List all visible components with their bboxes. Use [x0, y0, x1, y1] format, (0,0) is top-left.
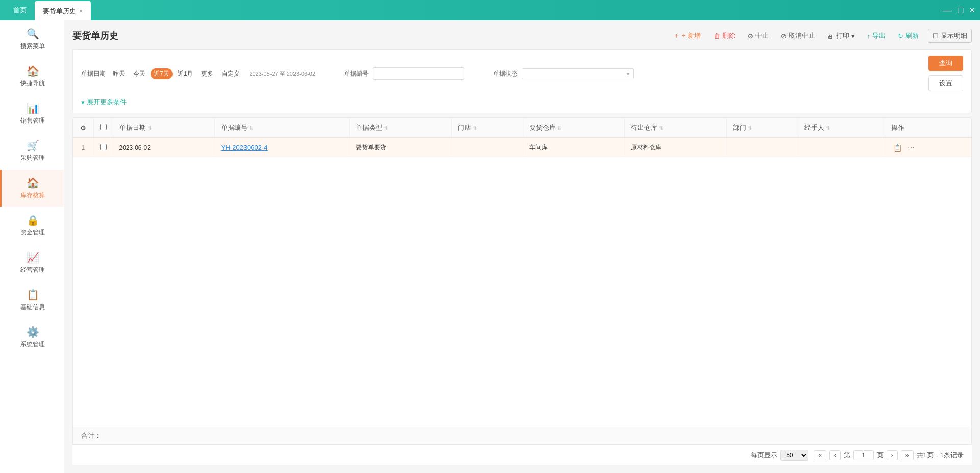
- status-select[interactable]: ▾: [522, 68, 634, 79]
- col-handler: 经手人 ⇅: [798, 118, 885, 138]
- checkbox-icon: ☐: [933, 32, 939, 40]
- show-detail-label: 显示明细: [941, 31, 967, 40]
- window-controls: — □ ×: [943, 5, 975, 16]
- row-checkbox-cell[interactable]: [93, 138, 113, 157]
- doc-number-label: 单据编号: [344, 69, 369, 78]
- doc-number-input[interactable]: [373, 67, 464, 80]
- top-bar: 首页 要货单历史 × — □ ×: [0, 0, 980, 20]
- sidebar-item-basic-info[interactable]: 📋 基础信息: [0, 281, 64, 319]
- per-page-label: 每页显示: [751, 451, 777, 460]
- date-sort-icon[interactable]: ⇅: [148, 125, 152, 131]
- inventory-icon: 🏠: [27, 177, 39, 189]
- delete-button[interactable]: 🗑 删除: [710, 29, 739, 42]
- tab-history[interactable]: 要货单历史 ×: [35, 1, 91, 21]
- show-detail-button[interactable]: ☐ 显示明细: [928, 29, 972, 43]
- edit-icon[interactable]: 📋: [891, 143, 904, 153]
- sidebar-item-search-menu-label: 搜索菜单: [20, 42, 45, 51]
- tab-home[interactable]: 首页: [5, 0, 35, 20]
- shortcut-custom[interactable]: 自定义: [218, 68, 243, 79]
- export-label: 导出: [872, 31, 886, 40]
- date-range-display: 2023-05-27 至 2023-06-02: [249, 70, 315, 78]
- shortcut-1month[interactable]: 近1月: [175, 68, 197, 79]
- sidebar-item-finance[interactable]: 🔒 资金管理: [0, 207, 64, 244]
- first-page-btn[interactable]: «: [814, 450, 826, 460]
- minimize-icon[interactable]: —: [943, 5, 952, 16]
- sidebar-item-operation[interactable]: 📈 经营管理: [0, 244, 64, 281]
- col-number-label: 单据编号: [221, 123, 248, 132]
- refresh-label: 刷新: [905, 31, 919, 40]
- print-button[interactable]: 🖨 打印 ▾: [824, 29, 858, 42]
- shop-sort-icon[interactable]: ⇅: [473, 125, 477, 131]
- cancel-stop-button[interactable]: ⊘ 取消中止: [778, 29, 818, 42]
- department-sort-icon[interactable]: ⇅: [748, 125, 752, 131]
- more-icon[interactable]: ⋯: [905, 143, 917, 153]
- current-page-input[interactable]: [853, 450, 874, 460]
- sidebar-item-basic-info-label: 基础信息: [20, 303, 45, 312]
- shortcut-yesterday[interactable]: 昨天: [110, 68, 128, 79]
- sidebar-item-system[interactable]: ⚙️ 系统管理: [0, 319, 64, 356]
- date-shortcuts: 昨天 今天 近7天 近1月 更多 自定义: [110, 68, 243, 79]
- tab-close-icon[interactable]: ×: [79, 8, 83, 15]
- expand-label: 展开更多条件: [87, 98, 127, 107]
- type-sort-icon[interactable]: ⇅: [384, 125, 388, 131]
- date-filter-group: 单据日期 昨天 今天 近7天 近1月 更多 自定义 2023-05-27 至 2…: [81, 68, 315, 79]
- tab-history-label: 要货单历史: [43, 7, 76, 16]
- shortcut-more[interactable]: 更多: [198, 68, 216, 79]
- search-menu-icon: 🔍: [27, 28, 39, 40]
- shortcut-today[interactable]: 今天: [130, 68, 149, 79]
- col-shop: 门店 ⇅: [451, 118, 523, 138]
- maximize-icon[interactable]: □: [958, 5, 964, 16]
- setting-button[interactable]: 设置: [928, 75, 963, 91]
- req-warehouse-sort-icon[interactable]: ⇅: [557, 125, 561, 131]
- col-settings[interactable]: ⚙: [73, 118, 93, 138]
- sidebar-item-quick-nav[interactable]: 🏠 快捷导航: [0, 58, 64, 95]
- row-number[interactable]: YH-20230602-4: [214, 138, 350, 157]
- col-department-label: 部门: [733, 123, 746, 132]
- row-pending-warehouse: 原材料仓库: [625, 138, 726, 157]
- total-label: 合计：: [81, 431, 101, 440]
- row-department: [726, 138, 798, 157]
- new-button[interactable]: ＋ + 新增: [670, 29, 704, 42]
- window-close-icon[interactable]: ×: [969, 5, 975, 16]
- row-checkbox[interactable]: [100, 144, 107, 150]
- status-label: 单据状态: [493, 69, 518, 78]
- table-wrap: ⚙ 单据日期 ⇅: [72, 117, 972, 445]
- next-page-btn[interactable]: ›: [887, 450, 898, 460]
- table-row: 1 2023-06-02 YH-20230602-4 要货单要货 车间库: [73, 138, 971, 157]
- row-shop: [451, 138, 523, 157]
- pagination-bar: 每页显示 50 100 200 « ‹ 第 页 › » 共1页，1条记录: [72, 445, 972, 465]
- page-label-after: 页: [877, 451, 884, 460]
- sidebar-item-finance-label: 资金管理: [20, 228, 45, 237]
- refresh-button[interactable]: ↻ 刷新: [895, 29, 922, 42]
- stop-button[interactable]: ⊘ 中止: [745, 29, 772, 42]
- doc-link[interactable]: YH-20230602-4: [221, 144, 268, 151]
- expand-button[interactable]: ▾ 展开更多条件: [81, 98, 127, 107]
- date-filter-label: 单据日期: [81, 69, 106, 78]
- col-checkbox[interactable]: [93, 118, 113, 138]
- sidebar-item-purchase[interactable]: 🛒 采购管理: [0, 132, 64, 170]
- row-handler: [798, 138, 885, 157]
- per-page-select[interactable]: 50 100 200: [780, 450, 808, 461]
- sidebar-item-sales-label: 销售管理: [20, 116, 45, 125]
- doc-number-filter-group: 单据编号: [344, 67, 464, 80]
- shortcut-7days[interactable]: 近7天: [151, 68, 173, 79]
- export-button[interactable]: ↑ 导出: [864, 29, 889, 42]
- query-button[interactable]: 查询: [928, 56, 963, 71]
- col-handler-label: 经手人: [804, 123, 824, 132]
- row-num: 1: [73, 138, 93, 157]
- sidebar-item-search-menu[interactable]: 🔍 搜索菜单: [0, 20, 64, 58]
- last-page-btn[interactable]: »: [901, 450, 914, 460]
- sidebar-item-sales[interactable]: 📊 销售管理: [0, 95, 64, 132]
- print-label: 打印: [836, 31, 849, 40]
- prev-page-btn[interactable]: ‹: [829, 450, 841, 460]
- sidebar-item-inventory[interactable]: 🏠 库存核算: [0, 170, 64, 207]
- number-sort-icon[interactable]: ⇅: [249, 125, 253, 131]
- delete-label: 删除: [722, 31, 736, 40]
- col-pending-warehouse: 待出仓库 ⇅: [625, 118, 726, 138]
- cancel-stop-label: 取消中止: [789, 31, 815, 40]
- handler-sort-icon[interactable]: ⇅: [826, 125, 830, 131]
- total-pages-info: 共1页，1条记录: [917, 451, 964, 460]
- pending-warehouse-sort-icon[interactable]: ⇅: [659, 125, 663, 131]
- select-all-checkbox[interactable]: [100, 124, 107, 130]
- filter-row-1: 单据日期 昨天 今天 近7天 近1月 更多 自定义 2023-05-27 至 2…: [81, 56, 963, 91]
